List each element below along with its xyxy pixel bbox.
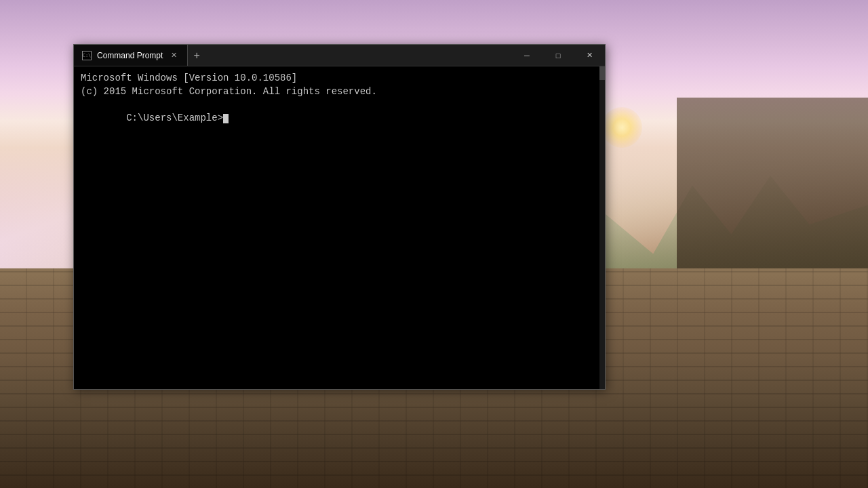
terminal-line-1: Microsoft Windows [Version 10.0.10586] bbox=[81, 72, 598, 85]
maximize-button[interactable]: □ bbox=[542, 45, 574, 66]
terminal-cursor bbox=[223, 114, 229, 123]
desktop: C:\ Command Prompt ✕ + ─ □ ✕ Microsoft W… bbox=[0, 0, 868, 488]
cmd-window: C:\ Command Prompt ✕ + ─ □ ✕ Microsoft W… bbox=[73, 44, 606, 390]
active-tab[interactable]: C:\ Command Prompt ✕ bbox=[74, 45, 188, 66]
title-bar: C:\ Command Prompt ✕ + ─ □ ✕ bbox=[74, 45, 605, 66]
tab-title: Command Prompt bbox=[97, 51, 163, 60]
terminal-prompt: C:\Users\Example> bbox=[126, 113, 223, 123]
close-button[interactable]: ✕ bbox=[574, 45, 605, 66]
scrollbar-thumb[interactable] bbox=[599, 66, 605, 80]
terminal-line-2: (c) 2015 Microsoft Corporation. All righ… bbox=[81, 85, 598, 99]
terminal-prompt-line: C:\Users\Example> bbox=[81, 98, 598, 138]
window-controls: ─ □ ✕ bbox=[511, 45, 605, 66]
minimize-button[interactable]: ─ bbox=[511, 45, 542, 66]
tab-area: C:\ Command Prompt ✕ + bbox=[74, 45, 511, 66]
scrollbar[interactable] bbox=[599, 66, 605, 389]
tab-close-button[interactable]: ✕ bbox=[168, 50, 179, 61]
terminal-body[interactable]: Microsoft Windows [Version 10.0.10586] (… bbox=[74, 66, 605, 389]
cmd-icon: C:\ bbox=[82, 51, 92, 60]
add-tab-button[interactable]: + bbox=[188, 45, 205, 66]
